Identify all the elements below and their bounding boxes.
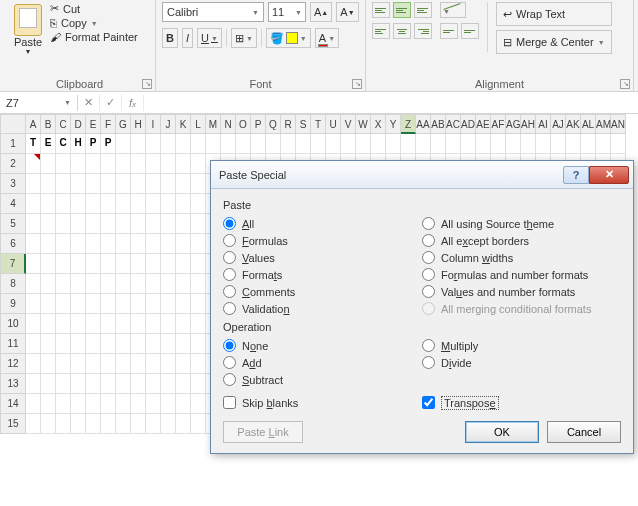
transpose-checkbox[interactable]: Transpose <box>422 396 621 409</box>
cell[interactable] <box>146 174 161 194</box>
radio-input[interactable] <box>223 356 236 369</box>
help-button[interactable]: ? <box>563 166 589 184</box>
cell[interactable] <box>56 194 71 214</box>
cell[interactable] <box>191 254 206 274</box>
skip-blanks-input[interactable] <box>223 396 236 409</box>
radio-formats[interactable]: Formats <box>223 266 422 283</box>
row-header[interactable]: 1 <box>0 134 26 154</box>
cell[interactable] <box>176 414 191 434</box>
transpose-input[interactable] <box>422 396 435 409</box>
column-header[interactable]: AD <box>461 114 476 134</box>
ok-button[interactable]: OK <box>465 421 539 443</box>
cell[interactable] <box>176 394 191 414</box>
cell[interactable] <box>56 234 71 254</box>
column-header[interactable]: AK <box>566 114 581 134</box>
cell[interactable] <box>71 274 86 294</box>
radio-input[interactable] <box>422 285 435 298</box>
cell[interactable] <box>206 134 221 154</box>
cell[interactable] <box>116 214 131 234</box>
skip-blanks-checkbox[interactable]: Skip blanks <box>223 396 422 409</box>
cell[interactable] <box>251 134 266 154</box>
cell[interactable] <box>296 134 311 154</box>
column-header[interactable]: AA <box>416 114 431 134</box>
cell[interactable] <box>146 314 161 334</box>
cell[interactable] <box>176 234 191 254</box>
cell[interactable]: T <box>26 134 41 154</box>
cell[interactable] <box>131 154 146 174</box>
cell[interactable] <box>101 194 116 214</box>
cell[interactable] <box>56 394 71 414</box>
cell[interactable] <box>566 134 581 154</box>
cell[interactable] <box>176 154 191 174</box>
cell[interactable] <box>86 274 101 294</box>
cell[interactable] <box>161 414 176 434</box>
cell[interactable] <box>131 234 146 254</box>
cell[interactable] <box>281 134 296 154</box>
cell[interactable] <box>236 134 251 154</box>
bold-button[interactable]: B <box>162 28 178 48</box>
column-header[interactable]: Z <box>401 114 416 134</box>
cell[interactable] <box>131 314 146 334</box>
cell[interactable] <box>71 414 86 434</box>
cell[interactable] <box>131 214 146 234</box>
radio-input[interactable] <box>422 356 435 369</box>
cell[interactable] <box>86 174 101 194</box>
column-header[interactable]: T <box>311 114 326 134</box>
cell[interactable] <box>131 374 146 394</box>
row-header[interactable]: 12 <box>0 354 26 374</box>
cell[interactable] <box>86 314 101 334</box>
cell[interactable] <box>146 194 161 214</box>
radio-all[interactable]: All <box>223 215 422 232</box>
cell[interactable] <box>71 394 86 414</box>
cell[interactable] <box>536 134 551 154</box>
cell[interactable] <box>161 394 176 414</box>
align-middle-button[interactable] <box>393 2 411 18</box>
cell[interactable] <box>116 414 131 434</box>
cell[interactable] <box>41 374 56 394</box>
chevron-down-icon[interactable]: ▼ <box>10 48 46 55</box>
cell[interactable] <box>86 334 101 354</box>
fill-color-button[interactable]: 🪣▼ <box>266 28 311 48</box>
cell[interactable] <box>26 154 41 174</box>
row-header[interactable]: 6 <box>0 234 26 254</box>
cell[interactable] <box>26 274 41 294</box>
cell[interactable] <box>86 374 101 394</box>
cell[interactable] <box>191 334 206 354</box>
radio-values[interactable]: Values <box>223 249 422 266</box>
increase-indent-button[interactable] <box>461 23 479 39</box>
cell[interactable] <box>161 214 176 234</box>
dialog-titlebar[interactable]: Paste Special ? ✕ <box>211 161 633 189</box>
cell[interactable] <box>161 374 176 394</box>
cell[interactable] <box>86 254 101 274</box>
radio-input[interactable] <box>422 268 435 281</box>
borders-button[interactable]: ⊞▼ <box>231 28 257 48</box>
cell[interactable] <box>101 154 116 174</box>
column-header[interactable]: F <box>101 114 116 134</box>
cell[interactable] <box>41 214 56 234</box>
row-header[interactable]: 15 <box>0 414 26 434</box>
cell[interactable] <box>41 394 56 414</box>
cell[interactable] <box>506 134 521 154</box>
column-header[interactable]: H <box>131 114 146 134</box>
cell[interactable] <box>116 234 131 254</box>
cell[interactable] <box>131 194 146 214</box>
row-header[interactable]: 3 <box>0 174 26 194</box>
orientation-button[interactable]: ▼ <box>440 2 466 18</box>
cell[interactable] <box>146 254 161 274</box>
cell[interactable] <box>41 174 56 194</box>
cell[interactable] <box>56 214 71 234</box>
cell[interactable] <box>131 274 146 294</box>
cell[interactable] <box>191 314 206 334</box>
cell[interactable] <box>71 214 86 234</box>
cell[interactable] <box>146 234 161 254</box>
cell[interactable]: P <box>86 134 101 154</box>
cell[interactable] <box>161 294 176 314</box>
column-header[interactable]: AL <box>581 114 596 134</box>
radio-formulas[interactable]: Formulas <box>223 232 422 249</box>
decrease-font-button[interactable]: A▼ <box>336 2 358 22</box>
enter-formula-button[interactable]: ✓ <box>100 94 122 111</box>
column-header[interactable]: E <box>86 114 101 134</box>
increase-font-button[interactable]: A▲ <box>310 2 332 22</box>
cell[interactable] <box>176 354 191 374</box>
column-header[interactable]: K <box>176 114 191 134</box>
